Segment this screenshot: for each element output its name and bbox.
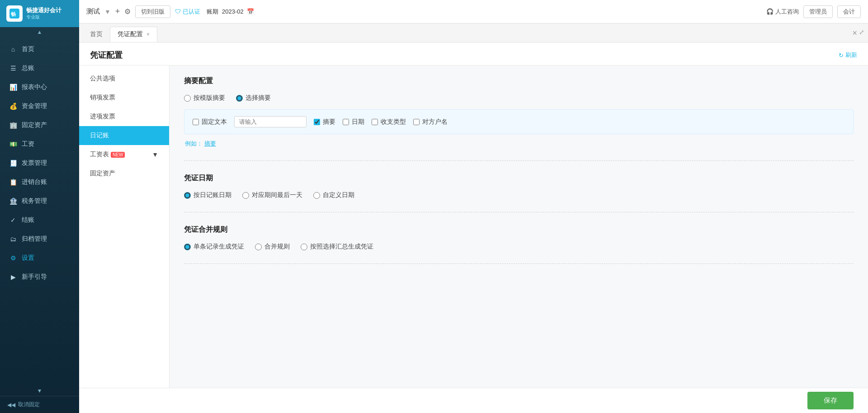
fixed-text-checkbox-label[interactable]: 固定文本 <box>193 118 227 126</box>
radio-period-last[interactable]: 对应期间最后一天 <box>242 191 302 199</box>
sidebar-item-invoice[interactable]: 🧾 发票管理 <box>0 154 79 173</box>
left-nav: 公共选项 销项发票 进项发票 日记账 工资表 NEW ▼ 固定资产 <box>79 66 170 413</box>
summary-radio-group: 按模版摘要 选择摘要 <box>184 94 854 102</box>
radio-select-summary[interactable]: 选择摘要 <box>236 94 271 102</box>
save-button[interactable]: 保存 <box>807 392 854 409</box>
radio-custom-date[interactable]: 自定义日期 <box>313 191 354 199</box>
sidebar-item-settings[interactable]: ⚙ 设置 <box>0 249 79 268</box>
company-name: 测试 <box>86 7 100 16</box>
tabbar: 首页 凭证配置 × × ⤢ <box>79 23 868 42</box>
close-window-icon[interactable]: × <box>852 28 857 38</box>
radio-merge-rule-input[interactable] <box>255 244 262 250</box>
sidebar-item-asset[interactable]: 🏢 固定资产 <box>0 116 79 135</box>
left-nav-sales-invoice[interactable]: 销项发票 <box>79 88 169 107</box>
tab-close-icon[interactable]: × <box>146 31 150 38</box>
left-nav-public[interactable]: 公共选项 <box>79 69 169 88</box>
fullscreen-icon[interactable]: ⤢ <box>859 28 864 38</box>
sidebar-item-tax[interactable]: 🏦 税务管理 <box>0 192 79 211</box>
left-nav-payroll-label: 工资表 <box>90 150 109 159</box>
fixed-text-input[interactable] <box>234 116 307 127</box>
summary-section-title: 摘要配置 <box>184 76 854 86</box>
sidebar-fund-label: 资金管理 <box>22 102 47 110</box>
radio-merge-label: 合并规则 <box>264 243 290 251</box>
company-dropdown-icon[interactable]: ▼ <box>104 8 111 15</box>
radio-select-summary-gen[interactable]: 按照选择汇总生成凭证 <box>301 243 373 251</box>
main-content: 凭证配置 ↻ 刷新 公共选项 销项发票 进项发票 日记账 工资表 NEW ▼ <box>79 42 868 413</box>
sidebar-trade-label: 进销台账 <box>22 178 47 186</box>
left-nav-fixed-asset[interactable]: 固定资产 <box>79 164 169 183</box>
summary-checkbox[interactable] <box>314 119 320 125</box>
calendar-icon[interactable]: 📅 <box>247 8 254 15</box>
example-label: 例如： <box>185 140 203 147</box>
sidebar-item-guide[interactable]: ▶ 新手引导 <box>0 268 79 286</box>
sidebar-item-salary[interactable]: 💵 工资 <box>0 135 79 154</box>
sidebar-scroll-down[interactable]: ▼ <box>0 386 79 396</box>
consult-btn[interactable]: 🎧 人工咨询 <box>766 8 799 16</box>
tax-icon: 🏦 <box>9 197 17 205</box>
radio-single-record-input[interactable] <box>184 244 191 250</box>
radio-select-summary-gen-label: 按照选择汇总生成凭证 <box>310 243 373 251</box>
tab-expand-controls: × ⤢ <box>852 28 864 38</box>
switch-old-btn[interactable]: 切到旧版 <box>135 5 170 18</box>
radio-template-summary[interactable]: 按模版摘要 <box>184 94 225 102</box>
period-info: 账期 2023-02 📅 <box>205 8 254 16</box>
sidebar-guide-label: 新手引导 <box>22 273 47 281</box>
income-type-checkbox[interactable] <box>372 119 378 125</box>
radio-single-record[interactable]: 单条记录生成凭证 <box>184 243 244 251</box>
shield-icon: 🛡 <box>175 8 181 15</box>
new-badge: NEW <box>111 152 125 158</box>
example-text: 例如： 摘要 <box>184 140 854 148</box>
tab-voucher-config[interactable]: 凭证配置 × <box>110 27 157 42</box>
left-nav-purchase-invoice[interactable]: 进项发票 <box>79 107 169 126</box>
settings-icon-topbar[interactable]: ⚙ <box>124 7 131 16</box>
sidebar-item-close[interactable]: ✓ 结账 <box>0 211 79 230</box>
sidebar-item-home[interactable]: ⌂ 首页 <box>0 40 79 59</box>
sidebar-scroll-up[interactable]: ▲ <box>0 27 79 37</box>
date-section-title: 凭证日期 <box>184 174 854 183</box>
admin-btn[interactable]: 管理员 <box>803 5 833 18</box>
income-type-checkbox-label[interactable]: 收支类型 <box>372 118 406 126</box>
counterpart-checkbox[interactable] <box>413 119 420 125</box>
left-nav-payroll[interactable]: 工资表 NEW ▼ <box>79 145 169 164</box>
left-nav-journal-label: 日记账 <box>90 131 109 140</box>
trade-icon: 📋 <box>9 178 17 186</box>
sidebar-item-fund[interactable]: 💰 资金管理 <box>0 97 79 116</box>
date-checkbox[interactable] <box>343 119 349 125</box>
left-nav-journal[interactable]: 日记账 <box>79 126 169 145</box>
counterpart-checkbox-label[interactable]: 对方户名 <box>413 118 448 126</box>
radio-merge-rule[interactable]: 合并规则 <box>255 243 290 251</box>
left-nav-purchase-label: 进项发票 <box>90 113 115 121</box>
sidebar: 畅 畅捷通好会计 专业版 ▲ ⌂ 首页 ☰ 总账 📊 报表中心 💰 资金管理 🏢… <box>0 0 79 413</box>
sidebar-item-archive[interactable]: 🗂 归档管理 <box>0 230 79 249</box>
refresh-btn[interactable]: ↻ 刷新 <box>839 51 857 59</box>
role-btn[interactable]: 会计 <box>837 5 861 18</box>
radio-period-last-input[interactable] <box>242 192 249 199</box>
merge-section-title: 凭证合并规则 <box>184 225 854 235</box>
summary-checkbox-label[interactable]: 摘要 <box>314 118 335 126</box>
left-nav-public-label: 公共选项 <box>90 75 115 83</box>
date-checkbox-label[interactable]: 日期 <box>343 118 364 126</box>
sidebar-item-ledger[interactable]: ☰ 总账 <box>0 59 79 78</box>
payroll-expand-icon: ▼ <box>152 151 158 158</box>
tab-home[interactable]: 首页 <box>83 27 110 42</box>
add-button[interactable]: + <box>115 7 120 16</box>
ledger-icon: ☰ <box>9 64 17 72</box>
radio-custom-date-input[interactable] <box>313 192 320 199</box>
sidebar-archive-label: 归档管理 <box>22 235 47 243</box>
fund-icon: 💰 <box>9 102 17 110</box>
radio-journal-date-label: 按日记账日期 <box>193 191 231 199</box>
tab-home-label: 首页 <box>90 30 103 38</box>
radio-template-summary-input[interactable] <box>184 95 191 102</box>
radio-select-summary-input[interactable] <box>236 95 243 102</box>
sidebar-unpin[interactable]: ◀◀ 取消固定 <box>0 396 79 413</box>
radio-journal-date[interactable]: 按日记账日期 <box>184 191 231 199</box>
income-type-label: 收支类型 <box>381 118 406 126</box>
divider-3 <box>184 263 854 264</box>
sidebar-item-trade[interactable]: 📋 进销台账 <box>0 173 79 192</box>
fixed-text-checkbox[interactable] <box>193 119 199 125</box>
radio-journal-date-input[interactable] <box>184 192 191 199</box>
archive-icon: 🗂 <box>9 235 17 243</box>
sidebar-item-report[interactable]: 📊 报表中心 <box>0 78 79 97</box>
unpin-label: 取消固定 <box>18 401 40 408</box>
radio-select-summary-gen-input[interactable] <box>301 244 307 250</box>
